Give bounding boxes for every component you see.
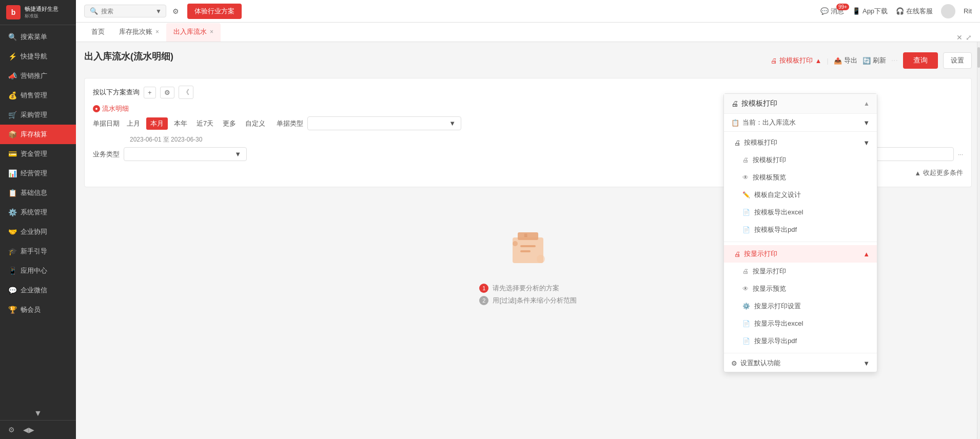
username-label[interactable]: Rit [964, 7, 972, 15]
guide-nav-icon: 🎓 [8, 247, 16, 255]
template-section-arrow: ▼ [863, 139, 870, 147]
sidebar-item-sales[interactable]: 💰 销售管理 [0, 86, 76, 105]
online-service-button[interactable]: 🎧 在线客服 [896, 7, 933, 16]
search-add-button[interactable]: + [144, 87, 156, 98]
date-custom[interactable]: 自定义 [242, 117, 268, 130]
app-download-button[interactable]: 📱 App下载 [852, 7, 888, 16]
current-arrow[interactable]: ▼ [863, 119, 870, 127]
search-icon: 🔍 [90, 7, 98, 15]
sidebar-item-system[interactable]: ⚙️ 系统管理 [0, 203, 76, 222]
scrollbar-track[interactable] [977, 42, 980, 439]
dropdown-item-display-excel[interactable]: 📄 按显示导出excel [724, 315, 877, 332]
tab-inventory-batch[interactable]: 库存批次账 × [112, 23, 166, 42]
sidebar-item-marketing[interactable]: 📣 营销推广 [0, 66, 76, 86]
window-close-icon[interactable]: ✕ [956, 33, 963, 42]
topbar-search[interactable]: 🔍 ▼ [84, 5, 166, 17]
sidebar-item-label: 应用中心 [21, 266, 47, 275]
main-content: 🔍 ▼ ⚙ 体验行业方案 💬 消息 99+ 📱 App下载 🎧 在线客服 Rit [76, 0, 980, 439]
logo-badge: 标准版 [25, 13, 58, 19]
sidebar: b 畅捷通好生意 标准版 🔍 搜索菜单 ⚡ 快捷导航 📣 营销推广 💰 销售管理… [0, 0, 76, 439]
tab-warehouse-flow[interactable]: 出入库流水 × [166, 23, 221, 42]
sidebar-item-label: 资金管理 [21, 149, 47, 158]
dropdown-item-display-print[interactable]: 🖨 按显示打印 [724, 263, 877, 280]
tab-warehouse-flow-close[interactable]: × [210, 28, 213, 35]
sidebar-item-search[interactable]: 🔍 搜索菜单 [0, 27, 76, 47]
sidebar-item-quick[interactable]: ⚡ 快捷导航 [0, 47, 76, 66]
settings-bottom-icon[interactable]: ⚙ [8, 426, 15, 434]
sidebar-item-collab[interactable]: 🤝 企业协同 [0, 222, 76, 242]
sidebar-item-guide[interactable]: 🎓 新手引导 [0, 242, 76, 261]
export-button[interactable]: 📤 导出 [834, 56, 857, 65]
dropdown-item-template-pdf[interactable]: 📄 按模板导出pdf [724, 221, 877, 238]
set-default-label: 设置默认功能 [740, 358, 780, 368]
sidebar-item-vip[interactable]: 🏆 畅会员 [0, 300, 76, 320]
dropdown-item-template-print[interactable]: 🖨 按模板打印 [724, 151, 877, 169]
trial-button[interactable]: 体验行业方案 [187, 4, 242, 19]
sidebar-item-apps[interactable]: 📱 应用中心 [0, 261, 76, 281]
search-settings-button[interactable]: ⚙ [160, 87, 174, 98]
template-pdf-label: 按模板导出pdf [754, 225, 797, 234]
dropdown-item-template-excel[interactable]: 📄 按模板导出excel [724, 204, 877, 221]
print-label: 按模板打印 [779, 56, 813, 65]
sidebar-item-operations[interactable]: 📊 经营管理 [0, 164, 76, 183]
page-title: 出入库流水(流水明细) [84, 50, 173, 63]
search-collapse-button[interactable]: 《 [179, 86, 193, 99]
tab-inventory-batch-close[interactable]: × [155, 28, 159, 35]
collapse-label: 收起更多条件 [923, 168, 963, 177]
window-expand-icon[interactable]: ⤢ [966, 33, 972, 42]
display-section-header[interactable]: 🖨 按显示打印 ▲ [724, 245, 877, 263]
sidebar-item-finance[interactable]: 💳 资金管理 [0, 144, 76, 164]
dropdown-collapse-btn[interactable]: ▲ [864, 100, 870, 107]
tab-home[interactable]: 首页 [84, 23, 112, 42]
template-print-icon: 🖨 [742, 156, 749, 164]
empty-steps: 1 请先选择要分析的方案 2 用[过滤]条件来缩小分析范围 [479, 284, 576, 308]
date-this-month[interactable]: 本月 [146, 117, 168, 130]
service-icon: 🎧 [896, 7, 904, 15]
basics-nav-icon: 📋 [8, 189, 16, 197]
app-label: App下载 [863, 7, 888, 16]
doc-type-arrow: ▼ [449, 119, 456, 127]
dropdown-item-template-design[interactable]: ✏️ 模板自定义设计 [724, 186, 877, 204]
sidebar-item-label: 系统管理 [21, 208, 47, 217]
search-dropdown-icon[interactable]: ▼ [155, 8, 162, 15]
refresh-button[interactable]: 🔄 刷新 [863, 56, 886, 65]
sidebar-item-inventory[interactable]: 📦 库存核算 [0, 125, 76, 144]
sidebar-item-purchase[interactable]: 🛒 采购管理 [0, 105, 76, 125]
sidebar-bottom: ⚙ ◀▶ [0, 420, 76, 439]
svg-point-5 [537, 255, 545, 263]
template-section-header[interactable]: 🖨 按模板打印 ▼ [724, 134, 877, 151]
finance-nav-icon: 💳 [8, 150, 16, 158]
search-label: 按以下方案查询 [93, 88, 140, 97]
dropdown-item-display-preview[interactable]: 👁 按显示预览 [724, 280, 877, 297]
message-button[interactable]: 💬 消息 99+ [820, 7, 844, 16]
sidebar-item-label: 库存核算 [21, 130, 47, 139]
search-input[interactable] [101, 8, 152, 15]
date-last-month[interactable]: 上月 [124, 117, 143, 130]
query-button[interactable]: 查询 [903, 52, 938, 69]
sidebar-scroll-down[interactable]: ▼ [0, 407, 76, 420]
date-this-year[interactable]: 本年 [171, 117, 190, 130]
date-7days[interactable]: 近7天 [193, 117, 217, 130]
scroll-down-icon[interactable]: ▼ [34, 409, 42, 418]
sidebar-item-wechat[interactable]: 💬 企业微信 [0, 281, 76, 300]
dropdown-item-display-pdf[interactable]: 📄 按显示导出pdf [724, 332, 877, 350]
sidebar-item-basics[interactable]: 📋 基础信息 [0, 183, 76, 203]
collapse-button[interactable]: ▲ 收起更多条件 [914, 168, 963, 177]
date-more[interactable]: 更多 [220, 117, 239, 130]
scrollbar-thumb[interactable] [977, 47, 980, 68]
collapse-sidebar-icon[interactable]: ◀▶ [23, 426, 34, 434]
warehouse-more-icon[interactable]: ··· [958, 151, 963, 158]
settings-button[interactable]: 设置 [943, 52, 972, 69]
print-button[interactable]: 🖨 按模板打印 ▲ [771, 56, 821, 65]
template-design-icon: ✏️ [742, 191, 750, 198]
topbar-gear-icon[interactable]: ⚙ [172, 7, 179, 15]
service-label: 在线客服 [906, 7, 933, 16]
avatar[interactable] [941, 4, 955, 18]
doc-type-dropdown[interactable]: ▼ [307, 116, 461, 130]
display-settings-label: 按显示打印设置 [754, 302, 801, 311]
tab-home-label: 首页 [91, 27, 105, 36]
dropdown-item-template-preview[interactable]: 👁 按模板预览 [724, 169, 877, 186]
set-default-item[interactable]: ⚙ 设置默认功能 ▼ [724, 354, 877, 372]
biz-type-dropdown[interactable]: ▼ [124, 147, 247, 161]
dropdown-item-display-settings[interactable]: ⚙️ 按显示打印设置 [724, 297, 877, 315]
